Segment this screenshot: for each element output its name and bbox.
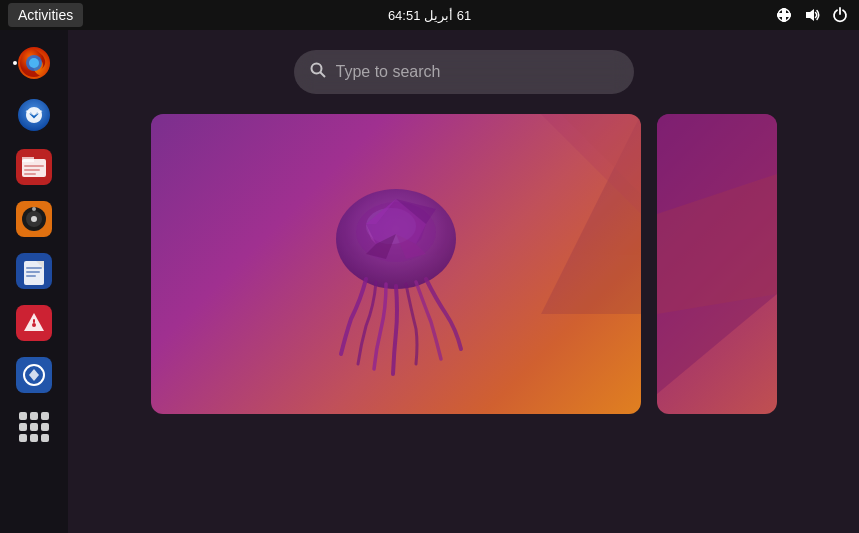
jellyfish-illustration <box>286 144 506 384</box>
svg-point-26 <box>32 323 36 327</box>
grid-dots <box>19 412 49 442</box>
svg-marker-4 <box>806 9 814 21</box>
volume-icon[interactable] <box>801 4 823 26</box>
windows-overview <box>68 114 859 414</box>
svg-point-30 <box>311 64 321 74</box>
grid-dot <box>19 434 27 442</box>
dock-item-appcenter[interactable] <box>11 300 57 346</box>
search-bar[interactable] <box>294 50 634 94</box>
secondary-wallpaper-svg <box>657 114 777 414</box>
dock-item-blue-app[interactable] <box>11 352 57 398</box>
svg-line-31 <box>320 73 325 78</box>
libreoffice-icon[interactable] <box>11 248 57 294</box>
files-icon[interactable] <box>11 144 57 190</box>
overview-content <box>68 30 859 533</box>
grid-dot <box>19 412 27 420</box>
blue-app-icon[interactable] <box>11 352 57 398</box>
grid-dot <box>19 423 27 431</box>
svg-rect-13 <box>24 169 40 171</box>
svg-rect-22 <box>26 267 42 269</box>
grid-dot <box>30 434 38 442</box>
svg-rect-23 <box>26 271 40 273</box>
dock-item-show-apps[interactable] <box>11 404 57 450</box>
main-area <box>0 30 859 533</box>
dock-item-libreoffice[interactable] <box>11 248 57 294</box>
grid-dot <box>30 412 38 420</box>
topbar: Activities 16 أبريل 15:46 <box>0 0 859 30</box>
desktop-wallpaper-main <box>151 114 641 414</box>
svg-rect-11 <box>22 157 34 162</box>
svg-marker-34 <box>561 114 641 194</box>
grid-dot <box>41 412 49 420</box>
application-dock <box>0 30 68 533</box>
svg-rect-12 <box>24 165 44 167</box>
dock-item-thunderbird[interactable] <box>11 92 57 138</box>
window-preview-secondary[interactable] <box>657 114 777 414</box>
search-icon <box>310 62 326 82</box>
firefox-icon[interactable] <box>11 40 57 86</box>
rhythmbox-icon[interactable] <box>11 196 57 242</box>
search-input[interactable] <box>336 63 618 81</box>
svg-point-18 <box>31 216 37 222</box>
thunderbird-icon[interactable] <box>11 92 57 138</box>
dock-item-rhythmbox[interactable] <box>11 196 57 242</box>
appcenter-icon[interactable] <box>11 300 57 346</box>
grid-dot <box>41 423 49 431</box>
window-preview-main[interactable] <box>151 114 641 414</box>
svg-rect-14 <box>24 173 36 175</box>
dock-item-firefox[interactable] <box>11 40 57 86</box>
grid-dot <box>41 434 49 442</box>
activities-button[interactable]: Activities <box>8 3 83 27</box>
power-icon[interactable] <box>829 4 851 26</box>
network-icon[interactable] <box>773 4 795 26</box>
show-apps-icon[interactable] <box>11 404 57 450</box>
grid-dot <box>30 423 38 431</box>
svg-point-19 <box>32 207 36 211</box>
system-tray <box>773 4 851 26</box>
dock-item-files[interactable] <box>11 144 57 190</box>
desktop-wallpaper-secondary <box>657 114 777 414</box>
svg-rect-24 <box>26 275 36 277</box>
svg-point-7 <box>29 58 39 68</box>
clock: 16 أبريل 15:46 <box>388 8 471 23</box>
svg-rect-27 <box>33 319 35 323</box>
